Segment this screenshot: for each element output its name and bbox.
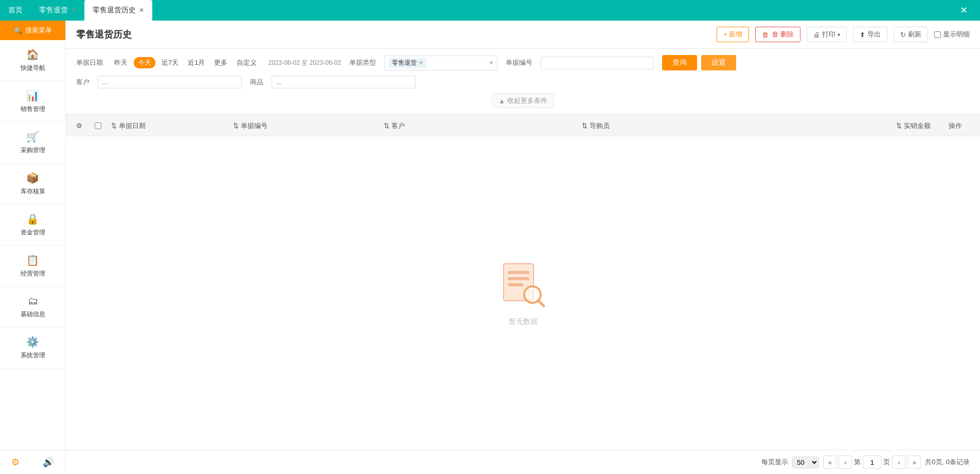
date-yesterday[interactable]: 昨天	[111, 57, 131, 68]
chevron-up-icon: ▲	[498, 97, 505, 105]
sidebar-item-label: 快捷导航	[21, 64, 45, 72]
sidebar-item-inventory[interactable]: 📦 库存核算	[0, 163, 65, 205]
volume-icon[interactable]: 🔊	[43, 457, 54, 468]
settings-bottom-icon[interactable]: ⚙	[11, 457, 20, 468]
page-label: 第	[854, 458, 861, 467]
th-checkbox[interactable]	[88, 122, 107, 129]
last-page-btn[interactable]: »	[907, 455, 921, 469]
svg-rect-2	[508, 277, 529, 280]
gear-icon: ⚙️	[26, 336, 39, 348]
query-button[interactable]: 查询	[662, 55, 697, 70]
cart-icon: 🛒	[26, 131, 39, 143]
th-guide[interactable]: ⇅ 导购员	[578, 121, 728, 131]
info-icon: 🗂	[28, 295, 38, 307]
date-range-display: 2023-06-02 至 2023-06-02	[268, 59, 341, 67]
window-close-icon[interactable]: ✕	[956, 5, 972, 16]
date-today[interactable]: 今天	[134, 57, 155, 68]
th-billno[interactable]: ⇅ 单据编号	[229, 121, 380, 131]
first-page-btn[interactable]: «	[823, 455, 836, 469]
th-customer[interactable]: ⇅ 客户	[380, 121, 578, 131]
chart-icon: 📊	[26, 89, 39, 102]
sidebar-item-finance[interactable]: 🔒 资金管理	[0, 205, 65, 246]
goods-input[interactable]	[272, 76, 416, 88]
bill-type-tag-close[interactable]: ✕	[419, 60, 423, 66]
sidebar-item-label: 采购管理	[21, 146, 45, 155]
action-buttons: 查询 设置	[662, 55, 736, 70]
chevron-down-icon: ▾	[490, 59, 493, 66]
print-button[interactable]: 🖨 打印 ▾	[807, 27, 847, 42]
export-icon: ⬆	[860, 31, 865, 39]
pagination: 每页显示 20 50 100 « ‹ 第 页 › » 共0页, 0条记录	[66, 450, 980, 474]
add-button[interactable]: + 新增	[717, 27, 749, 42]
delete-icon: 🗑	[762, 31, 769, 39]
date-more[interactable]: 更多	[211, 57, 230, 68]
export-button[interactable]: ⬆ 导出	[853, 27, 887, 42]
bill-type-label: 单据类型	[349, 58, 376, 67]
tab-home[interactable]: 首页	[0, 6, 31, 15]
tab-retail-return-history[interactable]: 零售退货历史 ✕	[84, 0, 152, 21]
main-layout: 🔍 搜索菜单 🏠 快捷导航 📊 销售管理 🛒 采购管理 📦 库存核算 🔒 资金管…	[0, 21, 980, 474]
sidebar: 🔍 搜索菜单 🏠 快捷导航 📊 销售管理 🛒 采购管理 📦 库存核算 🔒 资金管…	[0, 21, 66, 474]
sidebar-item-label: 销售管理	[21, 105, 45, 114]
bill-type-tag: 零售退货 ✕	[389, 58, 426, 68]
toolbar: + 新增 🗑 🗑 删除 🖨 打印 ▾ ⬆ 导出 ↻ 刷新	[717, 27, 970, 42]
sidebar-search[interactable]: 🔍 搜索菜单	[0, 21, 65, 40]
bill-type-select[interactable]: 零售退货 ✕ ▾	[384, 56, 497, 70]
th-gear[interactable]: ⚙	[70, 122, 88, 130]
th-amount[interactable]: ⇅ 实销金额	[832, 121, 935, 131]
svg-rect-3	[508, 283, 523, 286]
select-all-checkbox[interactable]	[95, 122, 101, 129]
show-detail-checkbox[interactable]: 显示明细	[934, 30, 970, 39]
page-suffix: 页	[883, 458, 890, 467]
page-header: 零售退货历史 + 新增 🗑 🗑 删除 🖨 打印 ▾ ⬆ 导出 ↻	[66, 21, 980, 49]
sidebar-item-operations[interactable]: 📋 经营管理	[0, 246, 65, 287]
refresh-button[interactable]: ↻ 刷新	[894, 27, 928, 42]
page-nav: « ‹ 第 页 › »	[823, 455, 921, 469]
sidebar-item-system[interactable]: ⚙️ 系统管理	[0, 327, 65, 369]
sidebar-item-sales[interactable]: 📊 销售管理	[0, 81, 65, 122]
goods-label: 商品	[250, 78, 263, 87]
content-area: 零售退货历史 + 新增 🗑 🗑 删除 🖨 打印 ▾ ⬆ 导出 ↻	[66, 21, 980, 474]
filter-area: 单据日期 昨天 今天 近7天 近1月 更多 自定义 2023-06-02 至 2…	[66, 49, 980, 115]
table-header: ⚙ ⇅ 单据日期 ⇅ 单据编号 ⇅ 客户 ⇅ 导购员	[66, 116, 980, 136]
sidebar-item-label: 资金管理	[21, 228, 45, 237]
filter-row-2: 客户 商品	[76, 76, 970, 88]
sidebar-item-purchase[interactable]: 🛒 采购管理	[0, 122, 65, 163]
table-area: ⚙ ⇅ 单据日期 ⇅ 单据编号 ⇅ 客户 ⇅ 导购员	[66, 116, 980, 450]
bill-no-label: 单据编号	[506, 58, 532, 67]
tab-retail-return-close[interactable]: ✕	[71, 7, 76, 14]
prev-page-btn[interactable]: ‹	[839, 455, 852, 469]
search-icon: 🔍	[14, 27, 22, 34]
filter-row-1: 单据日期 昨天 今天 近7天 近1月 更多 自定义 2023-06-02 至 2…	[76, 55, 970, 70]
per-page-select[interactable]: 20 50 100	[792, 457, 819, 468]
tab-bar: 首页 零售退货 ✕ 零售退货历史 ✕	[0, 0, 956, 21]
sidebar-item-base-info[interactable]: 🗂 基础信息	[0, 287, 65, 327]
th-date[interactable]: ⇅ 单据日期	[107, 121, 229, 131]
bill-type-tags: 零售退货 ✕	[389, 58, 426, 68]
total-records: 共0页, 0条记录	[925, 458, 970, 467]
top-bar: 首页 零售退货 ✕ 零售退货历史 ✕ ✕	[0, 0, 980, 21]
sidebar-item-quick-nav[interactable]: 🏠 快捷导航	[0, 40, 65, 81]
delete-button[interactable]: 🗑 🗑 删除	[755, 27, 800, 42]
tab-retail-return[interactable]: 零售退货 ✕	[31, 0, 84, 21]
box-icon: 📦	[26, 172, 39, 184]
date-1month[interactable]: 近1月	[185, 57, 208, 68]
setting-button[interactable]: 设置	[701, 55, 736, 70]
collapse-button[interactable]: ▲ 收起更多条件	[492, 94, 554, 108]
print-icon: 🖨	[813, 31, 820, 39]
date-7days[interactable]: 近7天	[158, 57, 182, 68]
customer-input[interactable]	[98, 76, 242, 88]
date-custom[interactable]: 自定义	[234, 57, 260, 68]
bill-no-input[interactable]	[541, 57, 654, 69]
empty-text: 暂无数据	[509, 317, 538, 326]
date-filter: 昨天 今天 近7天 近1月 更多 自定义	[111, 57, 260, 68]
show-detail-input[interactable]	[934, 31, 941, 38]
next-page-btn[interactable]: ›	[892, 455, 905, 469]
sidebar-item-label: 经营管理	[21, 269, 45, 278]
sidebar-item-label: 库存核算	[21, 187, 45, 196]
page-number-input[interactable]	[863, 455, 881, 469]
page-title: 零售退货历史	[76, 28, 132, 41]
empty-area: 暂无数据	[66, 136, 980, 450]
th-ops: 操作	[935, 121, 976, 131]
tab-retail-return-history-close[interactable]: ✕	[139, 7, 144, 14]
